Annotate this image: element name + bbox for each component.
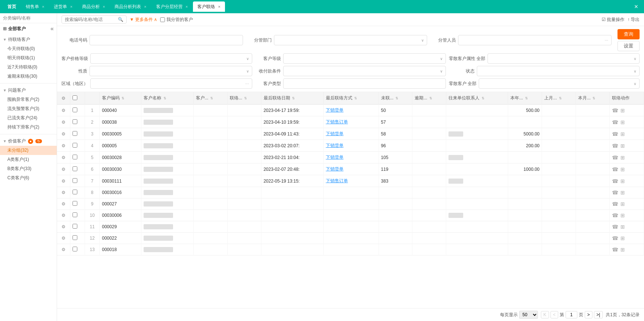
row-gear[interactable]: ⚙ [57, 140, 70, 152]
last-page-button[interactable]: >| [594, 311, 603, 318]
row-name[interactable] [141, 175, 194, 187]
region-dots-icon[interactable]: ··· [245, 81, 249, 86]
first-page-button[interactable]: K [541, 311, 549, 318]
manager-input[interactable]: ··· [458, 35, 612, 45]
row-checkbox[interactable] [70, 175, 85, 187]
row-last-way[interactable]: 下销售订单 [323, 116, 379, 128]
row-last-way[interactable]: 下销货单 [323, 140, 379, 152]
more-action-icon[interactable]: ⊞ [620, 131, 625, 137]
row-last-way[interactable] [323, 210, 379, 221]
row-gear[interactable]: ⚙ [57, 163, 70, 175]
refresh-icon[interactable]: ↻ [35, 139, 42, 143]
row-select-checkbox[interactable] [73, 201, 77, 206]
row-checkbox[interactable] [70, 140, 85, 152]
contact-action-icon[interactable]: ☎ [612, 247, 618, 253]
code-col-header[interactable]: 客户编码 ⇅ [100, 92, 141, 105]
row-checkbox[interactable] [70, 244, 85, 255]
row-gear[interactable]: ⚙ [57, 198, 70, 210]
row-last-way[interactable] [323, 233, 379, 244]
row-last-way[interactable]: 下销货单 [323, 105, 379, 116]
close-product-analysis-list-icon[interactable]: × [144, 4, 146, 9]
close-sales-icon[interactable]: × [42, 4, 44, 9]
more-action-icon[interactable]: ⊞ [620, 155, 625, 160]
export-btn[interactable]: ↑ 导出 [627, 17, 640, 23]
more-conditions-btn[interactable]: ▼ 更多条件 ∧ [130, 17, 157, 23]
unit-contact-col-header[interactable]: 往来单位联系人 ⇅ [446, 92, 508, 105]
sidebar-item-a-class[interactable]: A类客户(1) [0, 155, 57, 164]
sidebar-item-today[interactable]: 今天待联络(0) [0, 44, 57, 53]
payment-select[interactable]: ∨ [283, 66, 446, 76]
per-page-dropdown[interactable]: 50 100 200 [519, 311, 538, 319]
row-checkbox[interactable] [70, 116, 85, 128]
row-gear[interactable]: ⚙ [57, 233, 70, 244]
row-gear[interactable]: ⚙ [57, 187, 70, 198]
last-month-col-header[interactable]: 上月... ⇅ [542, 92, 576, 105]
row-checkbox[interactable] [70, 187, 85, 198]
row-select-checkbox[interactable] [73, 119, 77, 124]
sidebar-item-churn-warning[interactable]: 流失预警客户(3) [0, 104, 57, 113]
more-action-icon[interactable]: ⊞ [620, 247, 625, 253]
row-select-checkbox[interactable] [73, 131, 77, 136]
prev-page-button[interactable]: < [550, 311, 558, 318]
customer-grade-select[interactable]: ∨ [283, 53, 446, 64]
tab-product-analysis[interactable]: 商品分析 × [78, 1, 109, 12]
contact-action-icon[interactable]: ☎ [612, 107, 618, 113]
sidebar-item-b-class[interactable]: B类客户(33) [0, 164, 57, 173]
scatter-attr-select[interactable]: ∨ [488, 53, 640, 64]
close-product-analysis-icon[interactable]: × [103, 4, 105, 9]
problem-group-title[interactable]: ▼ 问题客户 [0, 86, 57, 95]
status-select[interactable]: ∨ [477, 66, 640, 76]
row-last-way[interactable] [323, 221, 379, 233]
row-name[interactable] [141, 233, 194, 244]
type-col-header[interactable]: 客户... ⇅ [193, 92, 227, 105]
contact-action-icon[interactable]: ☎ [612, 178, 618, 184]
row-checkbox[interactable] [70, 221, 85, 233]
more-action-icon[interactable]: ⊞ [620, 235, 625, 241]
row-select-checkbox[interactable] [73, 155, 77, 159]
row-select-checkbox[interactable] [73, 212, 77, 217]
row-last-way[interactable] [323, 187, 379, 198]
no-contact-col-header[interactable]: 未联... ⇅ [379, 92, 412, 105]
more-action-icon[interactable]: ⊞ [620, 201, 625, 207]
row-select-checkbox[interactable] [73, 235, 77, 240]
sidebar-item-hoard[interactable]: 囤购异常客户(2) [0, 95, 57, 104]
row-name[interactable] [141, 163, 194, 175]
price-grade-select[interactable]: ∨ [90, 53, 252, 64]
phone-input[interactable] [89, 35, 243, 45]
page-number-input[interactable] [566, 311, 577, 318]
row-select-checkbox[interactable] [73, 190, 77, 194]
query-button[interactable]: 查询 [617, 29, 640, 39]
row-last-way[interactable]: 下销货单 [323, 128, 379, 140]
row-gear[interactable]: ⚙ [57, 221, 70, 233]
row-checkbox[interactable] [70, 210, 85, 221]
sidebar-item-tomorrow[interactable]: 明天待联络(1) [0, 53, 57, 63]
collapse-sidebar-icon[interactable]: « [50, 25, 54, 32]
row-last-way[interactable]: 下销售订单 [323, 175, 379, 187]
row-name[interactable] [141, 152, 194, 163]
row-name[interactable] [141, 116, 194, 128]
scatter-customer-select[interactable]: ∨ [479, 78, 640, 89]
more-action-icon[interactable]: ⊞ [620, 190, 625, 195]
row-name[interactable] [141, 198, 194, 210]
more-action-icon[interactable]: ⊞ [620, 178, 625, 184]
row-select-checkbox[interactable] [73, 166, 77, 171]
pending-group-title[interactable]: ▼ 待联络客户 [0, 35, 57, 44]
contact-action-icon[interactable]: ☎ [612, 119, 618, 125]
contact-action-icon[interactable]: ☎ [612, 224, 618, 230]
customer-type-input[interactable] [283, 78, 446, 89]
overdue-col-header[interactable]: 逾期... ⇅ [412, 92, 446, 105]
tab-customer-segment[interactable]: 客户分层经营 × [152, 1, 192, 12]
close-all-button[interactable]: × [631, 3, 641, 11]
tab-home[interactable]: 首页 [3, 1, 21, 12]
row-gear[interactable]: ⚙ [57, 128, 70, 140]
row-last-way[interactable]: 下销货单 [323, 152, 379, 163]
checkbox-col-header[interactable] [70, 92, 85, 105]
row-gear[interactable]: ⚙ [57, 152, 70, 163]
row-last-way[interactable] [323, 244, 379, 255]
select-all-checkbox[interactable] [73, 95, 77, 100]
value-group-title[interactable]: ▼ 价值客户 ● ↻ [0, 137, 57, 146]
sidebar-item-churned[interactable]: 已流失客户(24) [0, 113, 57, 123]
contact-action-icon[interactable]: ☎ [612, 131, 618, 137]
contact-action-icon[interactable]: ☎ [612, 201, 618, 207]
row-name[interactable] [141, 128, 194, 140]
